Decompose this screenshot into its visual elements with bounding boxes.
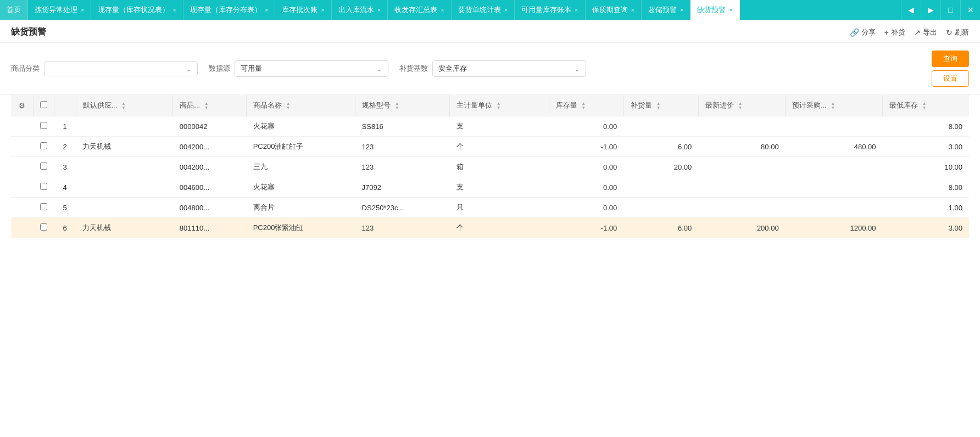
- tab-picking[interactable]: 拣货异常处理 ×: [28, 0, 91, 20]
- supplement-base-label: 补货基数: [399, 64, 428, 74]
- settings-button[interactable]: 设置: [932, 70, 969, 87]
- row-checkbox[interactable]: [40, 223, 47, 231]
- tab-batch[interactable]: 库存批次账 ×: [275, 0, 331, 20]
- tab-batch-label: 库存批次账: [282, 5, 318, 15]
- supplement-sort-icon: ▲▼: [656, 102, 660, 110]
- row-num: 1: [54, 116, 76, 137]
- share-button[interactable]: 🔗 分享: [850, 27, 876, 37]
- tab-stock-dist[interactable]: 现存量（库存分布表） ×: [183, 0, 275, 20]
- min-stock-sort-icon: ▲▼: [922, 102, 927, 110]
- tab-overstock-close[interactable]: ×: [680, 7, 683, 13]
- th-latest-price-label: 最新进价: [705, 101, 734, 109]
- row-code: 801110...: [173, 218, 247, 238]
- category-label: 商品分类: [11, 64, 40, 74]
- page-header: 缺货预警 🔗 分享 + 补货 ↗ 导出 ↻ 刷新: [0, 20, 980, 43]
- tab-collect-label: 收发存汇总表: [394, 5, 437, 15]
- row-latest-price: [698, 198, 785, 218]
- row-unit: 个: [450, 218, 549, 238]
- th-gear[interactable]: ⚙: [11, 95, 33, 116]
- tab-stock-status-close[interactable]: ×: [172, 7, 176, 13]
- row-gear-cell: [11, 177, 33, 198]
- row-gear-cell: [11, 137, 33, 157]
- th-min-stock[interactable]: 最低库存 ▲▼: [882, 95, 969, 116]
- tab-order-stat[interactable]: 要货单统计表 ×: [452, 0, 515, 20]
- tab-shortage-close[interactable]: ×: [729, 7, 732, 13]
- th-est-purchase[interactable]: 预计采购... ▲▼: [786, 95, 883, 116]
- th-supplement-label: 补货量: [631, 101, 652, 109]
- export-button[interactable]: ↗ 导出: [914, 27, 937, 37]
- th-supplement[interactable]: 补货量 ▲▼: [623, 95, 698, 116]
- th-code[interactable]: 商品... ▲▼: [173, 95, 247, 116]
- tab-expiry-close[interactable]: ×: [631, 7, 634, 13]
- th-checkbox[interactable]: [33, 95, 54, 116]
- row-checkbox-cell[interactable]: [33, 177, 54, 198]
- category-filter-group: 商品分类 ⌄: [11, 61, 198, 76]
- row-name: 离合片: [247, 198, 355, 218]
- th-unit[interactable]: 主计量单位 ▲▼: [450, 95, 549, 116]
- row-est-purchase: [786, 157, 883, 177]
- row-est-purchase: [786, 177, 883, 198]
- nav-close-btn[interactable]: ✕: [960, 0, 980, 20]
- datasource-label: 数据源: [209, 64, 230, 74]
- supplement-button[interactable]: + 补货: [884, 27, 905, 37]
- tab-stock-status[interactable]: 现存量（库存状况表） ×: [91, 0, 183, 20]
- category-select[interactable]: ⌄: [44, 61, 198, 76]
- tab-home[interactable]: 首页: [0, 0, 28, 20]
- nav-prev-icon: ◀: [908, 5, 914, 14]
- row-stock: 0.00: [549, 116, 623, 137]
- row-checkbox-cell[interactable]: [33, 157, 54, 177]
- row-name: 火花塞: [247, 116, 355, 137]
- nav-prev-btn[interactable]: ◀: [901, 0, 921, 20]
- tab-shortage[interactable]: 缺货预警 ×: [691, 0, 739, 20]
- th-spec[interactable]: 规格型号 ▲▼: [355, 95, 450, 116]
- tab-collect-close[interactable]: ×: [441, 7, 444, 13]
- row-checkbox[interactable]: [40, 142, 47, 149]
- select-all-checkbox[interactable]: [40, 101, 47, 108]
- row-checkbox-cell[interactable]: [33, 198, 54, 218]
- tab-available-close[interactable]: ×: [575, 7, 578, 13]
- row-checkbox[interactable]: [40, 122, 47, 129]
- tab-order-stat-label: 要货单统计表: [458, 5, 501, 15]
- row-num: 2: [54, 137, 76, 157]
- tab-stock-dist-close[interactable]: ×: [265, 7, 268, 13]
- code-sort-icon: ▲▼: [204, 102, 209, 110]
- th-name[interactable]: 商品名称 ▲▼: [247, 95, 355, 116]
- tab-batch-close[interactable]: ×: [321, 7, 324, 13]
- row-gear-cell: [11, 218, 33, 238]
- supplement-base-value: 安全库存: [438, 64, 467, 74]
- tab-inout[interactable]: 出入库流水 ×: [332, 0, 388, 20]
- row-min-stock: 8.00: [882, 116, 969, 137]
- nav-restore-btn[interactable]: □: [940, 0, 960, 20]
- tab-inout-close[interactable]: ×: [377, 7, 381, 13]
- row-checkbox[interactable]: [40, 203, 47, 210]
- tab-available[interactable]: 可用量库存账本 ×: [515, 0, 585, 20]
- query-button[interactable]: 查询: [932, 51, 969, 67]
- th-supplier[interactable]: 默认供应... ▲▼: [76, 95, 173, 116]
- row-code: 004200...: [173, 137, 247, 157]
- stock-sort-icon: ▲▼: [581, 102, 586, 110]
- datasource-select[interactable]: 可用量 ⌄: [235, 60, 388, 77]
- tab-shortage-label: 缺货预警: [697, 5, 726, 15]
- row-code: 004600...: [173, 177, 247, 198]
- supplement-base-select[interactable]: 安全库存 ⌄: [432, 60, 586, 77]
- row-supplier: [76, 177, 173, 198]
- tab-overstock[interactable]: 超储预警 ×: [642, 0, 691, 20]
- row-checkbox[interactable]: [40, 183, 47, 190]
- row-checkbox[interactable]: [40, 163, 47, 170]
- th-latest-price[interactable]: 最新进价 ▲▼: [698, 95, 785, 116]
- th-stock[interactable]: 库存量 ▲▼: [549, 95, 623, 116]
- refresh-button[interactable]: ↻ 刷新: [946, 27, 969, 37]
- row-checkbox-cell[interactable]: [33, 137, 54, 157]
- table-row: 5 004800... 离合片 DS250*23c... 只 0.00 1.00: [11, 198, 969, 218]
- row-latest-price: [698, 177, 785, 198]
- row-stock: 0.00: [549, 198, 623, 218]
- tab-picking-close[interactable]: ×: [81, 7, 84, 13]
- tab-collect[interactable]: 收发存汇总表 ×: [388, 0, 451, 20]
- row-checkbox-cell[interactable]: [33, 218, 54, 238]
- tab-expiry[interactable]: 保质期查询 ×: [586, 0, 642, 20]
- table-header-row: ⚙ 默认供应... ▲▼ 商品... ▲▼ 商品名称: [11, 95, 969, 116]
- nav-next-btn[interactable]: ▶: [921, 0, 940, 20]
- tab-order-stat-close[interactable]: ×: [504, 7, 508, 13]
- row-checkbox-cell[interactable]: [33, 116, 54, 137]
- table-row: 4 004600... 火花塞 J7092 支 0.00 8.00: [11, 177, 969, 198]
